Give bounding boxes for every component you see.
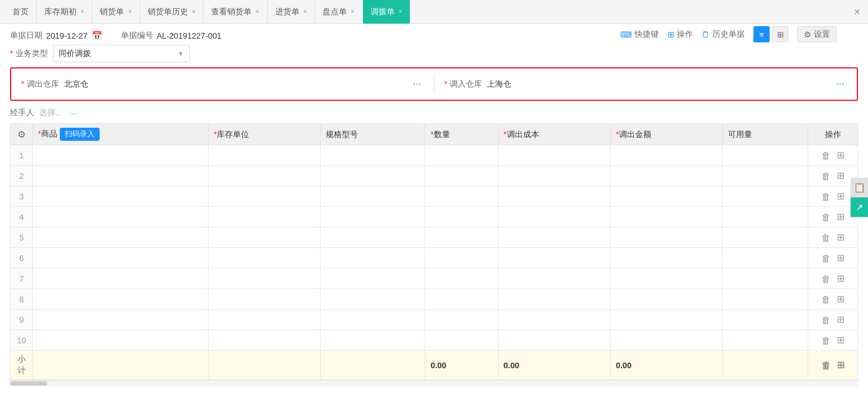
delete-btn-2[interactable]: 🗑 [820,169,832,183]
date-value[interactable]: 2019-12-27 [46,31,88,40]
tab-purchase-close[interactable]: × [303,8,307,15]
row-cost-5[interactable] [498,227,610,248]
row-cost-9[interactable] [498,310,610,330]
tab-sales-order[interactable]: 销货单 × [92,0,139,24]
row-unit-8[interactable] [208,289,320,310]
row-amount-7[interactable] [611,269,723,289]
row-available-7[interactable] [723,269,808,289]
copy-btn-5[interactable]: ⊞ [836,231,846,244]
row-available-3[interactable] [723,186,808,207]
row-amount-5[interactable] [611,227,723,248]
row-cost-3[interactable] [498,186,610,207]
row-qty-6[interactable] [425,248,498,269]
row-available-6[interactable] [723,248,808,269]
row-goods-6[interactable] [33,248,209,269]
row-qty-1[interactable] [425,145,498,166]
settings-button[interactable]: ⚙ 设置 [797,26,837,42]
delete-btn-10[interactable]: 🗑 [820,334,832,347]
row-spec-9[interactable] [321,310,425,330]
warehouse-out-value[interactable]: 北京仓 [64,79,405,90]
row-qty-10[interactable] [425,330,498,351]
row-qty-8[interactable] [425,289,498,310]
copy-btn-1[interactable]: ⊞ [836,148,846,162]
copy-btn-10[interactable]: ⊞ [836,333,846,347]
row-spec-8[interactable] [321,289,425,310]
calendar-icon[interactable]: 📅 [92,31,102,40]
tab-stocktake[interactable]: 盘点单 × [315,0,362,24]
row-available-2[interactable] [723,166,808,186]
row-unit-9[interactable] [208,310,320,330]
tab-transfer-close[interactable]: × [399,8,402,15]
row-cost-8[interactable] [498,289,610,310]
row-cost-2[interactable] [498,166,610,186]
row-goods-9[interactable] [33,310,209,330]
delete-btn-3[interactable]: 🗑 [820,190,832,203]
row-qty-4[interactable] [425,207,498,227]
tab-sales-order-close[interactable]: × [128,8,131,15]
horizontal-scrollbar[interactable] [10,380,858,386]
row-unit-10[interactable] [208,330,320,351]
row-available-10[interactable] [723,330,808,351]
row-spec-7[interactable] [321,269,425,289]
row-goods-7[interactable] [33,269,209,289]
row-amount-9[interactable] [611,310,723,330]
copy-btn-3[interactable]: ⊞ [836,189,846,203]
tab-transfer[interactable]: 调拨单 × [363,0,410,24]
tab-inventory-init[interactable]: 库存期初 × [37,0,92,24]
row-goods-1[interactable] [33,145,209,166]
row-cost-4[interactable] [498,207,610,227]
window-close-icon[interactable]: × [854,5,861,18]
row-cost-7[interactable] [498,269,610,289]
row-available-5[interactable] [723,227,808,248]
copy-btn-4[interactable]: ⊞ [836,210,846,224]
row-qty-2[interactable] [425,166,498,186]
row-unit-1[interactable] [208,145,320,166]
row-unit-7[interactable] [208,269,320,289]
row-goods-4[interactable] [33,207,209,227]
delete-btn-1[interactable]: 🗑 [820,149,832,162]
copy-btn-9[interactable]: ⊞ [836,313,846,326]
row-amount-4[interactable] [611,207,723,227]
row-qty-5[interactable] [425,227,498,248]
row-available-8[interactable] [723,289,808,310]
warehouse-in-more-btn[interactable]: ··· [834,79,847,90]
row-amount-8[interactable] [611,289,723,310]
row-unit-4[interactable] [208,207,320,227]
tab-sales-history-close[interactable]: × [192,8,196,15]
layout-btn-grid[interactable]: ⊞ [772,26,788,42]
row-cost-10[interactable] [498,330,610,351]
tab-view-sales[interactable]: 查看销货单 × [204,0,267,24]
row-amount-2[interactable] [611,166,723,186]
shortcut-btn[interactable]: ⌨ 快捷键 [620,29,659,40]
row-goods-2[interactable] [33,166,209,186]
row-goods-3[interactable] [33,186,209,207]
row-cost-6[interactable] [498,248,610,269]
warehouse-in-value[interactable]: 上海仓 [487,79,828,90]
float-notes-btn[interactable]: 📋 [851,178,868,198]
row-spec-6[interactable] [321,248,425,269]
tab-purchase[interactable]: 进货单 × [268,0,315,24]
row-spec-5[interactable] [321,227,425,248]
operation-btn[interactable]: ⊞ 操作 [668,29,693,40]
row-unit-3[interactable] [208,186,320,207]
row-available-4[interactable] [723,207,808,227]
delete-btn-5[interactable]: 🗑 [820,231,832,244]
row-amount-6[interactable] [611,248,723,269]
tab-view-sales-close[interactable]: × [255,8,259,15]
delete-btn-8[interactable]: 🗑 [820,293,832,306]
copy-btn-2[interactable]: ⊞ [836,169,846,183]
tab-home[interactable]: 首页 [5,0,37,24]
row-amount-3[interactable] [611,186,723,207]
history-btn[interactable]: 🗒 历史单据 [702,29,745,40]
gear-icon[interactable]: ⚙ [17,129,26,140]
row-qty-9[interactable] [425,310,498,330]
row-spec-3[interactable] [321,186,425,207]
copy-btn-7[interactable]: ⊞ [836,272,846,285]
delete-btn-sub[interactable]: 🗑 [820,359,832,372]
delete-btn-9[interactable]: 🗑 [820,313,832,326]
tab-inventory-init-close[interactable]: × [80,8,84,15]
delete-btn-7[interactable]: 🗑 [820,272,832,285]
business-type-select[interactable]: 同价调拨 ▼ [53,45,190,62]
tab-stocktake-close[interactable]: × [351,8,354,15]
row-spec-10[interactable] [321,330,425,351]
